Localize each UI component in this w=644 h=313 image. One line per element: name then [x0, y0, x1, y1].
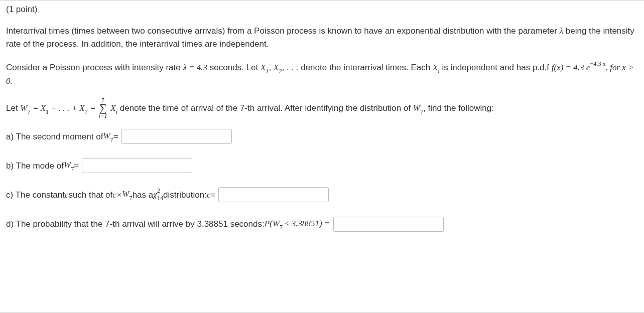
w7-var: W7	[20, 103, 30, 113]
chi-sub: 14	[157, 195, 163, 202]
setup-paragraph: Consider a Poisson process with intensit…	[6, 60, 638, 88]
qb-eq: =	[74, 159, 79, 173]
question-b: b) The mode of W7 =	[6, 158, 638, 173]
qb-w7-sub: 7	[71, 166, 74, 173]
lambda-symbol: λ	[560, 26, 563, 36]
qd-w7-sub: 7	[280, 224, 283, 231]
xi-sub-sum: i	[116, 108, 117, 115]
sigma-symbol: ∑	[99, 103, 107, 113]
chi-sq: χ214	[153, 187, 163, 203]
pdf-fx: f(x) = 4.3 e	[552, 63, 590, 72]
eq-x-part: = X	[31, 103, 46, 113]
qb-w7: W7	[64, 158, 74, 173]
comma-1: ,	[269, 63, 273, 72]
x-letter: X	[261, 63, 266, 72]
x2-var: X2	[274, 63, 282, 72]
x1-sub-2: 1	[46, 108, 49, 115]
setup-text-c: denote the interarrival times. Each	[298, 63, 432, 72]
question-d: d) The probability that the 7-th arrival…	[6, 217, 638, 232]
qc-eq: =	[211, 188, 216, 202]
question-c: c) The constant c such that of c × W7 ha…	[6, 187, 638, 203]
w-letter: W	[20, 103, 27, 113]
eq-x1: = X1	[31, 103, 49, 113]
qc-dist: distribution:	[163, 188, 207, 202]
qd-prob: P(W7 ≤ 3.38851) =	[265, 217, 330, 232]
qa-w7-sub: 7	[110, 136, 113, 143]
w7-sub: 7	[28, 108, 31, 115]
x1-var: X1	[261, 63, 269, 72]
qc-mid: such that of	[68, 188, 112, 202]
answer-input-b[interactable]	[82, 158, 192, 173]
w7-paragraph: Let W7 = X1 + . . . + X7 = 7∑i=1 Xi deno…	[6, 98, 638, 119]
qa-w: W	[103, 131, 110, 140]
x-letter-i: X	[433, 63, 438, 72]
qb-w: W	[64, 160, 71, 170]
qa-eq: =	[113, 130, 118, 143]
intro-text-1: Interarrival times (times between two co…	[6, 26, 560, 36]
qd-leq: ≤ 3.38851) =	[283, 219, 330, 228]
answer-input-a[interactable]	[121, 129, 232, 144]
w-letter-2: W	[413, 103, 420, 113]
xi-sub: i	[438, 68, 439, 75]
xi-var: Xi	[433, 63, 440, 72]
sigma-bot: i=1	[99, 113, 107, 119]
setup-text-a: Consider a Poisson process with intensit…	[6, 63, 183, 72]
qc-w: W	[122, 189, 129, 199]
qc-w7: W7	[122, 187, 132, 202]
qc-times: ×	[116, 188, 122, 202]
qc-label: c) The constant	[6, 188, 65, 202]
setup-text-d: is independent and has p.d.f	[440, 63, 552, 72]
qd-p-open: P(W	[265, 219, 280, 228]
dots-1: . . .	[287, 63, 299, 72]
sigma-notation: 7∑i=1	[99, 98, 107, 119]
comma-2: ,	[282, 63, 286, 72]
answer-input-c[interactable]	[218, 187, 329, 202]
question-a: a) The second moment of W7 =	[6, 129, 638, 144]
answer-input-d[interactable]	[333, 217, 444, 232]
qc-c: c	[65, 188, 69, 202]
w7-sub-2: 7	[420, 108, 423, 115]
chi-sup: 2	[157, 187, 160, 194]
x-letter-2: X	[274, 63, 279, 72]
qc-has: has a	[133, 188, 154, 202]
lambda-eq: λ = 4.3	[183, 63, 207, 72]
qc-w7-sub: 7	[130, 195, 133, 202]
qa-w7: W7	[103, 129, 113, 144]
eq-sign: =	[88, 103, 98, 113]
xi-in-sum: Xi	[110, 103, 117, 113]
qd-label: d) The probability that the 7-th arrival…	[6, 217, 265, 231]
qc-c3: c	[207, 188, 211, 202]
qc-c2: c	[112, 188, 116, 202]
setup-text-b: seconds. Let	[207, 63, 261, 72]
intro-paragraph: Interarrival times (times between two co…	[6, 25, 638, 50]
pdf-exp: −4.3 x	[590, 60, 605, 67]
chi-letter: χ	[153, 190, 157, 199]
points-label: (1 point)	[6, 5, 638, 15]
x2-sub: 2	[279, 68, 282, 75]
x7-sub: 7	[85, 108, 88, 115]
x-letter-sum: X	[110, 103, 115, 113]
x1-sub: 1	[266, 68, 269, 75]
w7-var-2: W7	[413, 103, 423, 113]
w7-text-a: Let	[6, 103, 20, 113]
w7-text-b: denote the time of arrival of the 7-th a…	[117, 103, 413, 113]
qb-label: b) The mode of	[6, 159, 64, 173]
plus-dots: + . . . + X	[49, 103, 85, 113]
qa-label: a) The second moment of	[6, 130, 103, 143]
w7-text-c: , find the following:	[423, 103, 494, 113]
